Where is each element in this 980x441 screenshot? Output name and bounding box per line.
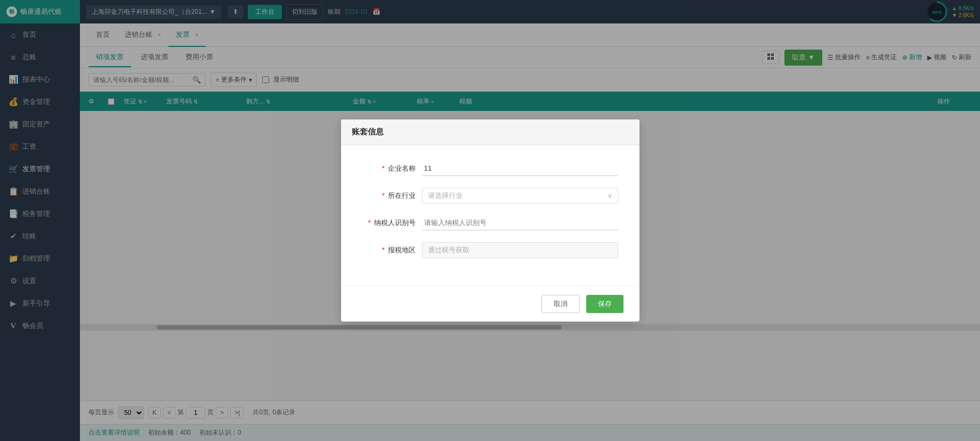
- tax-id-input[interactable]: [422, 215, 618, 230]
- save-button[interactable]: 保存: [586, 295, 623, 313]
- tax-id-label: * 纳税人识别号: [362, 218, 416, 228]
- industry-label: * 所在行业: [362, 191, 416, 201]
- company-name-label: * 企业名称: [362, 164, 416, 173]
- modal-footer: 取消 保存: [341, 286, 639, 322]
- tax-region-label: * 报税地区: [362, 245, 416, 255]
- industry-dropdown-arrow: ∨: [608, 192, 612, 199]
- industry-select[interactable]: 请选择行业 ∨: [422, 188, 618, 204]
- modal-title: 账套信息: [352, 127, 384, 136]
- tax-region-row: * 报税地区 通过税号获取: [362, 242, 618, 258]
- required-mark: *: [382, 164, 385, 172]
- account-info-modal: 账套信息 * 企业名称 11 * 所在行业 请选择行业 ∨: [341, 119, 639, 322]
- industry-placeholder: 请选择行业: [428, 191, 608, 201]
- modal-header: 账套信息: [341, 119, 639, 145]
- tax-id-row: * 纳税人识别号: [362, 215, 618, 230]
- required-mark: *: [368, 219, 371, 227]
- modal-overlay: 账套信息 * 企业名称 11 * 所在行业 请选择行业 ∨: [0, 0, 980, 441]
- cancel-button[interactable]: 取消: [541, 295, 580, 313]
- company-name-input[interactable]: 11: [422, 161, 618, 176]
- industry-row: * 所在行业 请选择行业 ∨: [362, 188, 618, 204]
- company-name-row: * 企业名称 11: [362, 161, 618, 176]
- required-mark: *: [382, 246, 385, 254]
- tax-region-display: 通过税号获取: [422, 242, 618, 258]
- modal-body: * 企业名称 11 * 所在行业 请选择行业 ∨ *: [341, 145, 639, 286]
- required-mark: *: [382, 191, 385, 199]
